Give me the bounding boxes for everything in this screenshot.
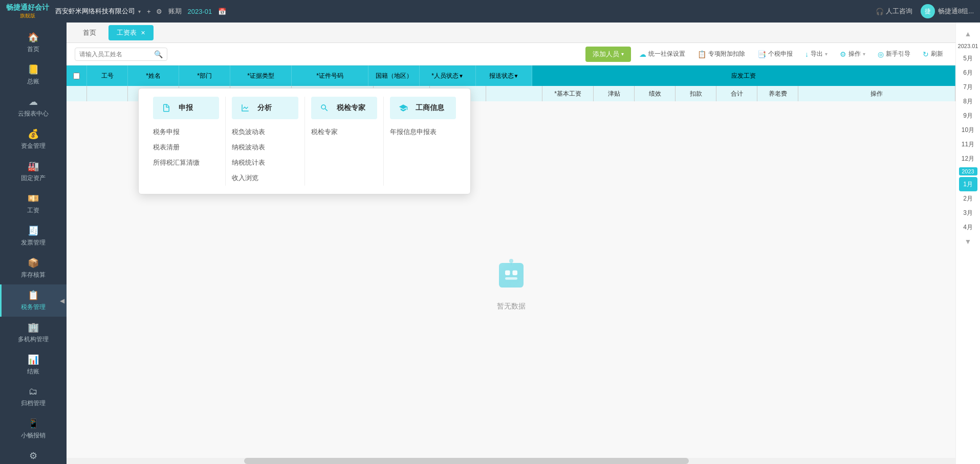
user-info[interactable]: 捷 畅捷通8组...	[921, 4, 974, 18]
dropdown-col-biz: 工商信息 年报信息申报表	[384, 97, 462, 186]
sidebar-label-assets: 固定资产	[21, 174, 46, 183]
cal-month-3[interactable]: 3月	[959, 206, 977, 220]
analysis-col-icon	[237, 100, 253, 116]
special-deduct-btn[interactable]: 📋 专项附加扣除	[693, 48, 749, 60]
sidebar-item-fund[interactable]: 💰 资金管理	[0, 123, 67, 156]
cal-nav-down[interactable]: ▼	[961, 234, 975, 249]
period-value[interactable]: 2023-01	[188, 8, 212, 15]
company-selector[interactable]: 西安虾米网络科技有限公司 ▾	[55, 7, 141, 16]
search-input[interactable]	[79, 51, 151, 58]
table-scrollbar[interactable]	[67, 458, 955, 464]
cal-nav-up[interactable]: ▲	[961, 27, 975, 41]
cal-month-10[interactable]: 10月	[959, 123, 977, 137]
mini-icon: 📱	[28, 418, 39, 429]
add-person-button[interactable]: 添加人员 ▾	[585, 47, 631, 62]
menu-item-expert[interactable]: 税检专家	[311, 124, 377, 140]
search-box[interactable]: 🔍	[75, 48, 167, 61]
cal-month-11[interactable]: 11月	[959, 137, 977, 151]
th2-perf: 绩效	[635, 86, 676, 101]
svg-rect-3	[505, 277, 517, 280]
app-logo: 畅捷通好会计 旗舰版	[6, 3, 49, 19]
ledger-icon: 📒	[28, 64, 39, 75]
add-icon[interactable]: +	[147, 8, 151, 15]
select-all-checkbox[interactable]	[73, 73, 80, 79]
sidebar-item-inventory[interactable]: 📦 库存核算	[0, 252, 67, 284]
empty-text: 暂无数据	[497, 302, 526, 311]
menu-item-tax-report[interactable]: 税务申报	[153, 124, 219, 140]
th2-allowance: 津贴	[594, 86, 635, 101]
cal-month-5[interactable]: 5月	[959, 51, 977, 65]
sidebar-item-archive[interactable]: 🗂 归档管理	[0, 381, 67, 413]
tab-salary-label: 工资表	[117, 29, 137, 36]
sidebar-item-tax[interactable]: 📋 税务管理 ◀	[0, 284, 67, 317]
sidebar-label-multi-org: 多机构管理	[18, 335, 49, 344]
menu-item-tax-burden[interactable]: 税负波动表	[232, 124, 298, 140]
layout: 🏠 首页 📒 总账 ☁ 云报表中心 💰 资金管理 🏭 固定资产 💴 工资 🧾 发…	[0, 23, 980, 464]
th2-pension: 养老费	[757, 86, 798, 101]
table-scrollbar-thumb[interactable]	[244, 458, 689, 464]
cal-month-12[interactable]: 12月	[959, 151, 977, 166]
export-btn[interactable]: ↓ 导出 ▾	[801, 48, 832, 60]
search-icon: 🔍	[154, 50, 163, 58]
th-name: *姓名	[128, 65, 179, 86]
company-name: 西安虾米网络科技有限公司	[55, 7, 135, 16]
multi-org-icon: 🏢	[28, 322, 39, 333]
cal-month-1[interactable]: 1月	[959, 177, 977, 191]
sidebar-label-settlement: 结账	[27, 367, 39, 376]
report-filter-icon[interactable]: ▼	[514, 73, 519, 79]
menu-item-tax-form[interactable]: 税表清册	[153, 140, 219, 155]
sidebar-item-ledger[interactable]: 📒 总账	[0, 59, 67, 91]
sidebar-item-settlement[interactable]: 📊 结账	[0, 349, 67, 381]
sidebar-item-assets[interactable]: 🏭 固定资产	[0, 156, 67, 188]
refresh-btn[interactable]: ↻ 刷新	[919, 48, 947, 60]
settings-icon[interactable]: ⚙	[156, 8, 162, 15]
sidebar-item-invoice[interactable]: 🧾 发票管理	[0, 220, 67, 252]
tax-report-btn[interactable]: 📑 个税申报	[753, 48, 797, 60]
tax-report-icon: 📑	[757, 50, 766, 58]
sidebar-item-cloud[interactable]: ☁ 云报表中心	[0, 91, 67, 123]
cal-month-8[interactable]: 8月	[959, 94, 977, 108]
cal-month-9[interactable]: 9月	[959, 108, 977, 123]
th-check[interactable]	[67, 65, 87, 86]
add-person-label: 添加人员	[593, 50, 619, 59]
menu-item-annual-report[interactable]: 年报信息申报表	[390, 124, 456, 140]
sidebar-item-home[interactable]: 🏠 首页	[0, 27, 67, 59]
export-chevron: ▾	[825, 51, 827, 57]
sidebar-item-salary[interactable]: 💴 工资	[0, 188, 67, 220]
sidebar-label-home: 首页	[27, 45, 39, 54]
sidebar-item-mini[interactable]: 📱 小畅报销	[0, 413, 67, 445]
menu-item-tax-payment[interactable]: 纳税波动表	[232, 140, 298, 155]
cal-month-6[interactable]: 6月	[959, 65, 977, 80]
basic-icon: ⚙	[29, 450, 37, 461]
dropdown-header-expert: 税检专家	[311, 97, 377, 119]
tax-dropdown-menu: 申报 税务申报 税表清册 所得税汇算清缴 分析 税负波动表	[138, 88, 471, 194]
sidebar-item-basic[interactable]: ⚙ 基础设置	[0, 445, 67, 464]
user-name: 畅捷通8组...	[938, 7, 974, 16]
cal-month-4[interactable]: 4月	[959, 220, 977, 234]
menu-item-income-browse[interactable]: 收入浏览	[232, 170, 298, 186]
social-setting-btn[interactable]: ☁ 统一社保设置	[635, 48, 689, 60]
export-icon: ↓	[805, 50, 809, 58]
cal-month-7[interactable]: 7月	[959, 80, 977, 94]
tab-salary[interactable]: 工资表 ✕	[108, 25, 154, 40]
tab-close-icon[interactable]: ✕	[141, 30, 145, 36]
menu-item-tax-stat[interactable]: 纳税统计表	[232, 155, 298, 170]
tax-report-label: 个税申报	[768, 50, 793, 58]
cal-year-label-2023: 2023.01	[957, 41, 979, 51]
operate-btn[interactable]: ⚙ 操作 ▾	[836, 48, 869, 60]
th2-number	[87, 86, 128, 101]
period-calendar-icon[interactable]: 📅	[218, 8, 226, 15]
archive-icon: 🗂	[29, 386, 38, 397]
menu-item-income-tax[interactable]: 所得税汇算清缴	[153, 155, 219, 170]
status-filter-icon[interactable]: ▼	[459, 73, 464, 79]
guide-label: 新手引导	[886, 50, 910, 58]
sidebar-item-multi-org[interactable]: 🏢 多机构管理	[0, 317, 67, 349]
cal-month-2[interactable]: 2月	[959, 191, 977, 206]
guide-btn[interactable]: ◎ 新手引导	[874, 48, 914, 60]
support-btn[interactable]: 🎧 人工咨询	[876, 7, 912, 16]
right-panel: ▲ 2023.01 5月 6月 7月 8月 9月 10月 11月 12月 202…	[955, 23, 980, 464]
tab-home[interactable]: 首页	[75, 25, 104, 40]
support-label: 人工咨询	[886, 7, 912, 16]
main-area: 首页 工资表 ✕ 🔍 添加人员 ▾ ☁ 统一社保设置 📋 专项	[67, 23, 955, 464]
dropdown-header-biz: 工商信息	[390, 97, 456, 119]
